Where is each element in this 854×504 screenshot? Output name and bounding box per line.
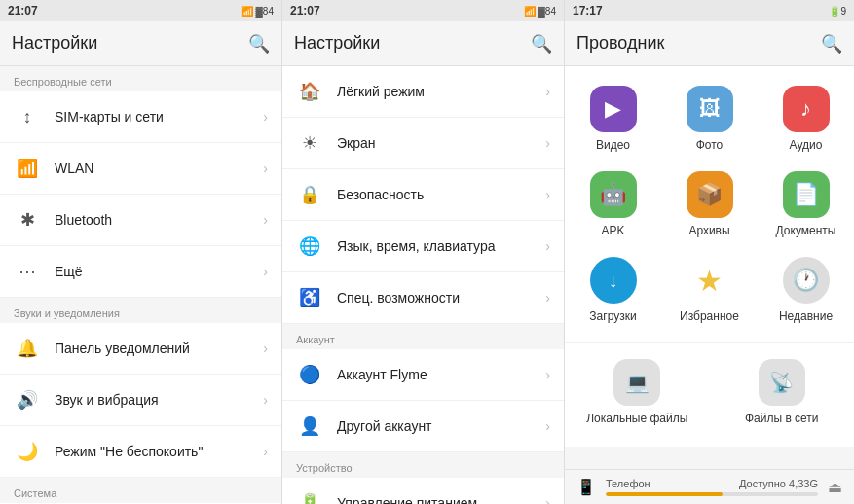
audio-icon: ♪ — [783, 86, 830, 132]
battery-icon-mid: ▓84 — [538, 6, 556, 17]
explorer-item-recent[interactable]: 🕐 Недавние — [758, 247, 854, 333]
recent-label: Недавние — [779, 309, 833, 323]
favorite-icon: ★ — [687, 257, 733, 304]
flyme-label: Аккаунт Flyme — [337, 367, 545, 382]
settings-item-flyme[interactable]: 🔵 Аккаунт Flyme › — [282, 349, 564, 401]
settings-item-screen[interactable]: ☀ Экран › — [282, 118, 564, 169]
explorer-item-downloads[interactable]: ↓ Загрузки — [565, 247, 661, 333]
other-account-icon: 👤 — [296, 413, 323, 440]
more-icon: ⋯ — [14, 258, 41, 285]
settings-item-security[interactable]: 🔒 Безопасность › — [282, 169, 564, 221]
section-account: Аккаунт — [282, 324, 564, 349]
search-button-mid[interactable]: 🔍 — [531, 33, 552, 54]
chevron-accessibility: › — [545, 290, 550, 306]
explorer-item-cloud[interactable]: 📡 Файлы в сети — [710, 347, 855, 437]
section-sounds: Звуки и уведомления — [0, 298, 281, 323]
settings-item-sound[interactable]: 🔊 Звук и вибрация › — [0, 375, 281, 426]
wlan-icon: 📶 — [14, 155, 41, 182]
archive-label: Архивы — [688, 224, 729, 237]
flyme-icon: 🔵 — [296, 361, 323, 388]
settings-item-easymode[interactable]: 🏠 Лёгкий режим › — [282, 66, 564, 118]
explorer-item-docs[interactable]: 📄 Документы — [758, 162, 854, 247]
chevron-sim: › — [263, 109, 268, 125]
status-time-left: 21:07 — [8, 4, 38, 18]
status-icons-left: 📶 ▓84 — [241, 6, 274, 17]
storage-available-label: Доступно 4,33G — [739, 478, 818, 489]
section-wireless: Беспроводные сети — [0, 66, 281, 91]
power-icon: 🔋 — [296, 489, 323, 504]
bluetooth-label: Bluetooth — [55, 212, 263, 228]
lang-icon: 🌐 — [296, 233, 323, 260]
sound-label: Звук и вибрация — [55, 392, 263, 408]
explorer-item-apk[interactable]: 🤖 APK — [565, 162, 661, 247]
toolbar-right: Проводник 🔍 — [565, 21, 854, 66]
chevron-wlan: › — [263, 161, 268, 176]
apk-icon: 🤖 — [590, 171, 637, 218]
screen-icon: ☀ — [296, 129, 323, 157]
search-button-left[interactable]: 🔍 — [248, 33, 270, 54]
chevron-lang: › — [545, 238, 550, 254]
cloud-label: Файлы в сети — [745, 412, 819, 425]
chevron-easymode: › — [545, 84, 550, 99]
toolbar-title-left: Настройки — [12, 33, 97, 54]
local-icon: 💻 — [613, 359, 660, 406]
accessibility-icon: ♿ — [296, 284, 323, 311]
more-label: Ещё — [55, 264, 263, 279]
video-label: Видео — [596, 138, 630, 152]
settings-item-dnd[interactable]: 🌙 Режим "Не беспокоить" › — [0, 426, 281, 478]
search-button-right[interactable]: 🔍 — [821, 33, 842, 54]
dnd-icon: 🌙 — [14, 438, 41, 465]
explorer-item-photo[interactable]: 🖼 Фото — [661, 76, 758, 162]
download-icon: ↓ — [590, 257, 637, 304]
explorer-item-archive[interactable]: 📦 Архивы — [661, 162, 758, 247]
settings-item-lang[interactable]: 🌐 Язык, время, клавиатура › — [282, 221, 564, 272]
chevron-dnd: › — [263, 444, 268, 459]
settings-item-notifications[interactable]: 🔔 Панель уведомлений › — [0, 323, 281, 375]
explorer-item-video[interactable]: ▶ Видео — [565, 76, 661, 162]
accessibility-label: Спец. возможности — [337, 290, 545, 306]
sim-label: SIM-карты и сети — [55, 109, 263, 125]
chevron-flyme: › — [545, 367, 550, 382]
photo-label: Фото — [696, 138, 724, 152]
doc-icon: 📄 — [783, 171, 830, 218]
battery-icon-right: 🔋9 — [829, 6, 846, 17]
settings-item-accessibility[interactable]: ♿ Спец. возможности › — [282, 272, 564, 324]
download-label: Загрузки — [589, 309, 636, 323]
chevron-sound: › — [263, 392, 268, 408]
power-label: Управление питанием — [337, 495, 545, 504]
toolbar-mid: Настройки 🔍 — [282, 21, 564, 66]
settings-item-power[interactable]: 🔋 Управление питанием › — [282, 478, 564, 504]
audio-label: Аудио — [790, 138, 823, 152]
settings-item-other-account[interactable]: 👤 Другой аккаунт › — [282, 401, 564, 452]
explorer-grid-main: ▶ Видео 🖼 Фото ♪ Аудио 🤖 APK 📦 Архивы — [565, 66, 854, 342]
archive-icon: 📦 — [687, 171, 733, 218]
toolbar-left: Настройки 🔍 — [0, 21, 281, 66]
storage-progress-fill — [606, 492, 723, 496]
settings-item-wlan[interactable]: 📶 WLAN › — [0, 143, 281, 195]
explorer-item-audio[interactable]: ♪ Аудио — [758, 76, 854, 162]
settings-item-more[interactable]: ⋯ Ещё › — [0, 246, 281, 298]
status-icons-right: 🔋9 — [829, 6, 846, 17]
storage-info: Телефон Доступно 4,33G — [606, 478, 818, 496]
storage-phone-label: Телефон — [606, 478, 650, 489]
status-bar-left: 21:07 📶 ▓84 — [0, 0, 281, 21]
photo-icon: 🖼 — [687, 86, 733, 132]
sim-icon: ↕ — [14, 103, 41, 130]
signal-icon: 📶 — [241, 6, 253, 17]
eject-icon[interactable]: ⏏ — [828, 478, 842, 496]
storage-progress-bar — [606, 492, 818, 496]
security-icon: 🔒 — [296, 181, 323, 208]
toolbar-title-right: Проводник — [576, 33, 664, 54]
wlan-label: WLAN — [55, 161, 263, 176]
chevron-other-account: › — [545, 418, 550, 434]
apk-label: APK — [601, 224, 624, 237]
explorer-item-favorites[interactable]: ★ Избранное — [661, 247, 758, 333]
settings-item-sim[interactable]: ↕ SIM-карты и сети › — [0, 91, 281, 143]
explorer-item-local[interactable]: 💻 Локальные файлы — [565, 347, 710, 437]
settings-item-bluetooth[interactable]: ✱ Bluetooth › — [0, 195, 281, 246]
storage-labels: Телефон Доступно 4,33G — [606, 478, 818, 489]
doc-label: Документы — [776, 224, 836, 237]
sound-icon: 🔊 — [14, 386, 41, 414]
lang-label: Язык, время, клавиатура — [337, 238, 545, 254]
chevron-more: › — [263, 264, 268, 279]
